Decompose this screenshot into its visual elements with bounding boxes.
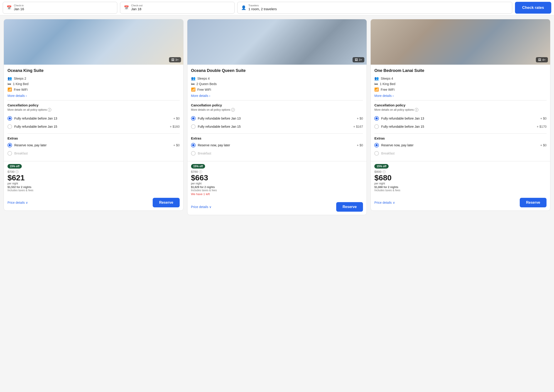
checkout-field[interactable]: 📅 Check-out Jan 18 (120, 2, 235, 14)
price-details-text: Price details (7, 201, 25, 204)
price-details-link-3[interactable]: Price details ∨ (374, 201, 395, 204)
reserve-button-1[interactable]: Reserve (153, 198, 179, 207)
room-image-3[interactable]: 🖼 4+ (371, 19, 550, 65)
extra-price-1: + $0 (173, 143, 180, 147)
chevron-down-icon: ∨ (209, 205, 211, 209)
checkin-field[interactable]: 📅 Check-in Jan 16 (3, 2, 117, 14)
cancellation-info-icon[interactable]: i (48, 108, 51, 112)
option-label-1: Fully refundable before Jan 13 (14, 117, 57, 120)
price-details-text: Price details (374, 201, 392, 204)
cancellation-option-2[interactable]: Fully refundable before Jan 15 + $170 (374, 123, 547, 131)
cancellation-option-1[interactable]: Fully refundable before Jan 13 + $0 (374, 114, 547, 123)
cancellation-info-icon[interactable]: i (231, 108, 235, 112)
radio-1[interactable] (374, 116, 379, 121)
sleeps-feature: 👥 Sleeps 2 (7, 76, 180, 81)
radio-2[interactable] (374, 124, 379, 129)
reserve-button-3[interactable]: Reserve (520, 198, 547, 207)
cancellation-subtitle-text: More details on all policy options (191, 108, 230, 111)
checkout-field-content: Check-out Jan 18 (131, 4, 142, 11)
room-title-3: One Bedroom Lanai Suite (374, 68, 547, 73)
image-icon: 🖼 (171, 58, 174, 62)
price-per-night-2: per night (191, 182, 363, 185)
image-count-badge-2: 🖼 3+ (352, 57, 365, 62)
price-taxes-2: Includes taxes & fees (191, 189, 363, 192)
cancellation-subtitle-1: More details on all policy options i (7, 108, 180, 112)
extra-radio-2[interactable] (7, 151, 12, 156)
checkin-value: Jan 16 (14, 7, 24, 11)
cancellation-subtitle-text: More details on all policy options (374, 108, 414, 111)
more-details-link-2[interactable]: More details › (191, 94, 363, 98)
reserve-button-2[interactable]: Reserve (336, 202, 363, 212)
extra-price-1: + $0 (540, 143, 547, 147)
price-details-link-2[interactable]: Price details ∨ (191, 205, 211, 209)
sleeps-icon: 👥 (374, 76, 379, 81)
cancellation-title-3: Cancellation policy (374, 103, 547, 107)
room-image-1[interactable]: 🖼 3+ (4, 19, 183, 65)
bed-feature: 🛏 1 King Bed (7, 82, 180, 86)
original-price-1: $730 i (7, 170, 180, 174)
extra-option-1[interactable]: Reserve now, pay later + $0 (374, 141, 547, 149)
option-left: Fully refundable before Jan 13 (191, 116, 241, 121)
extra-option-1[interactable]: Reserve now, pay later + $0 (7, 141, 180, 149)
room-card-2: 🖼 3+ Oceana Double Queen Suite 👥 Sleeps … (187, 19, 367, 215)
extra-radio-1[interactable] (374, 143, 379, 147)
radio-2[interactable] (191, 124, 196, 129)
room-image-2[interactable]: 🖼 3+ (187, 19, 367, 65)
rooms-container: 🖼 3+ Oceana King Suite 👥 Sleeps 2 🛏 1 Ki… (0, 15, 554, 219)
chevron-right-icon: › (393, 94, 394, 98)
extra-option-2[interactable]: Breakfast (7, 149, 180, 157)
current-price-3: $680 (374, 174, 547, 182)
extra-radio-2[interactable] (374, 151, 379, 156)
radio-1[interactable] (7, 116, 12, 121)
radio-2[interactable] (7, 124, 12, 129)
image-count: 3+ (175, 58, 179, 62)
option-price-1: + $0 (540, 117, 547, 120)
bed-label: 2 Queen Beds (196, 82, 217, 86)
extra-option-2[interactable]: Breakfast (374, 149, 547, 157)
more-details-link-3[interactable]: More details › (374, 94, 547, 98)
cancellation-option-1[interactable]: Fully refundable before Jan 13 + $0 (7, 114, 180, 123)
cancellation-info-icon[interactable]: i (415, 108, 418, 112)
image-count-badge-1: 🖼 3+ (169, 57, 181, 62)
extra-option-1[interactable]: Reserve now, pay later + $0 (191, 141, 363, 149)
card-footer-1: Price details ∨ Reserve (4, 196, 183, 210)
travelers-field[interactable]: 👤 Travelers 1 room, 2 travelers (237, 2, 512, 14)
radio-1[interactable] (191, 116, 196, 121)
discount-badge-2: 15% off (191, 164, 205, 168)
extra-option-2[interactable]: Breakfast (191, 149, 363, 157)
room-card-3: 🖼 4+ One Bedroom Lanai Suite 👥 Sleeps 4 … (371, 19, 550, 211)
extras-title-2: Extras (191, 136, 363, 140)
divider-mid (191, 133, 363, 134)
check-rates-button[interactable]: Check rates (515, 2, 551, 14)
option-left: Fully refundable before Jan 13 (7, 116, 57, 121)
cancellation-option-2[interactable]: Fully refundable before Jan 15 + $167 (191, 123, 363, 131)
extra-radio-1[interactable] (191, 143, 196, 147)
extra-left: Breakfast (191, 151, 211, 156)
extra-radio-1[interactable] (7, 143, 12, 147)
chevron-down-icon: ∨ (393, 201, 395, 204)
extra-left: Reserve now, pay later (374, 143, 413, 147)
price-per-night-3: per night (374, 182, 547, 185)
price-info-icon[interactable]: i (383, 170, 386, 173)
price-info-icon[interactable]: i (199, 170, 202, 173)
cancellation-option-1[interactable]: Fully refundable before Jan 13 + $0 (191, 114, 363, 123)
price-details-link-1[interactable]: Price details ∨ (7, 201, 28, 204)
option-label-2: Fully refundable before Jan 15 (198, 125, 241, 128)
extras-section-3: Extras Reserve now, pay later + $0 Break (374, 136, 547, 157)
cancellation-subtitle-3: More details on all policy options i (374, 108, 547, 112)
bed-icon: 🛏 (7, 82, 11, 86)
price-info-icon[interactable]: i (15, 170, 19, 173)
card-body-1: Oceana King Suite 👥 Sleeps 2 🛏 1 King Be… (4, 65, 183, 161)
current-price-2: $663 (191, 174, 363, 182)
bed-label: 1 King Bed (380, 82, 395, 86)
cancellation-subtitle-text: More details on all policy options (7, 108, 47, 111)
divider-top (7, 100, 180, 100)
extra-radio-2[interactable] (191, 151, 196, 156)
divider-mid (7, 133, 180, 134)
sleeps-label: Sleeps 4 (381, 77, 393, 80)
pricing-section-2: 15% off $780 i $663 per night $1,629 for… (187, 161, 367, 200)
cancellation-option-2[interactable]: Fully refundable before Jan 15 + $160 (7, 123, 180, 131)
extra-label-2: Breakfast (14, 152, 28, 155)
more-details-link-1[interactable]: More details › (7, 94, 180, 98)
extras-title-3: Extras (374, 136, 547, 140)
